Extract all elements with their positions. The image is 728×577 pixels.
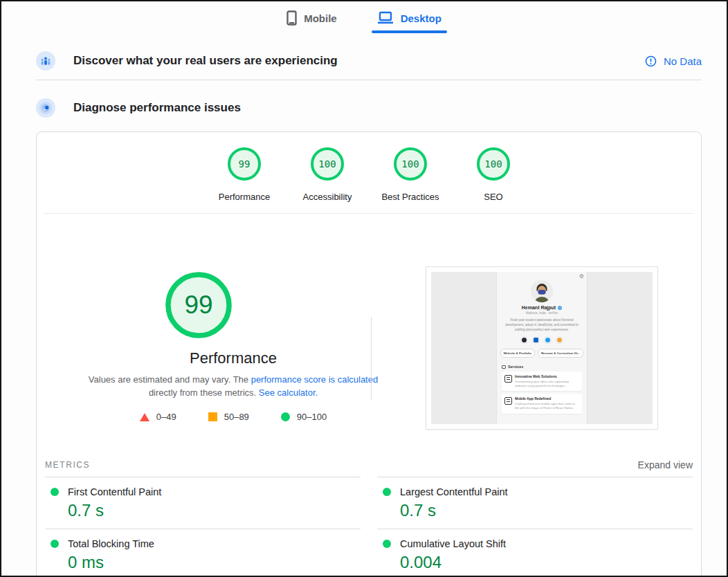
- category-scores-row: 99 Performance 100 Accessibility 100 Bes…: [37, 147, 701, 202]
- profile-bio: Final-year student passionate about fron…: [502, 318, 582, 332]
- seo-score-label: SEO: [484, 192, 502, 202]
- average-square-icon: [208, 412, 217, 421]
- tab-desktop-label: Desktop: [401, 12, 442, 24]
- screenshot-profile-card: ⚙ Hemant Rajput ✓ Mathura, India · he/hi…: [496, 272, 588, 424]
- metric-value: 0.004: [400, 553, 693, 572]
- metric-total-blocking-time: Total Blocking Time 0 ms: [45, 529, 361, 577]
- accessibility-score-label: Accessibility: [303, 192, 352, 202]
- see-calculator-link[interactable]: See calculator.: [259, 387, 318, 398]
- metric-name: Total Blocking Time: [68, 538, 154, 549]
- score-item-accessibility[interactable]: 100 Accessibility: [286, 147, 369, 202]
- seo-score-badge: 100: [477, 147, 510, 181]
- tab-mobile-label: Mobile: [304, 12, 337, 24]
- peerlist-icon: [556, 336, 563, 344]
- github-icon: [520, 336, 528, 344]
- diagnose-title: Diagnose performance issues: [73, 101, 241, 115]
- active-tab-underline: [372, 30, 447, 33]
- gauge-score-value: 99: [165, 272, 232, 338]
- metric-name: Largest Contentful Paint: [400, 486, 508, 497]
- real-users-icon: [36, 51, 55, 71]
- verified-badge-icon: ✓: [558, 306, 562, 310]
- service-title: Mobile App Redefined: [515, 396, 579, 401]
- metric-value: 0.7 s: [400, 501, 693, 520]
- twitter-icon: [544, 336, 552, 344]
- pass-circle-icon: [281, 412, 290, 421]
- score-item-seo[interactable]: 100 SEO: [452, 147, 535, 202]
- lighthouse-report-card: 99 Performance 100 Accessibility 100 Bes…: [36, 131, 702, 577]
- info-icon: [645, 55, 657, 67]
- score-disclaimer: Values are estimated and may vary. The p…: [81, 373, 385, 399]
- social-icons-row: [520, 336, 563, 344]
- vertical-divider: [371, 317, 372, 400]
- desktop-laptop-icon: [377, 11, 394, 25]
- expand-view-button[interactable]: Expand view: [638, 459, 693, 470]
- metric-first-contentful-paint: First Contentful Paint 0.7 s: [45, 477, 361, 529]
- legend-pass: 90–100: [281, 412, 327, 422]
- score-calc-link[interactable]: performance score is calculated: [251, 374, 379, 385]
- linkedin-icon: [532, 336, 540, 344]
- pass-dot-icon: [51, 540, 59, 548]
- best-practices-score-badge: 100: [394, 147, 427, 181]
- mobile-phone-icon: [286, 10, 297, 26]
- tab-mobile[interactable]: Mobile: [282, 1, 341, 35]
- performance-gauge-icon: [36, 98, 55, 118]
- profile-meta: Mathura, India · he/him: [526, 311, 558, 315]
- resume-button: Resume & Curriculum Vit...: [538, 349, 584, 358]
- services-title: Services: [508, 365, 523, 369]
- score-item-performance[interactable]: 99 Performance: [203, 147, 286, 202]
- section-divider: [36, 80, 702, 80]
- web-service-icon: [504, 375, 512, 383]
- score-item-best-practices[interactable]: 100 Best Practices: [369, 147, 452, 202]
- metric-cumulative-layout-shift: Cumulative Layout Shift 0.004: [377, 529, 693, 577]
- scores-divider: [44, 213, 694, 214]
- metric-largest-contentful-paint: Largest Contentful Paint 0.7 s: [377, 477, 693, 529]
- performance-score-label: Performance: [219, 192, 270, 202]
- performance-gauge[interactable]: 99: [165, 272, 232, 338]
- legend-pass-range: 90–100: [297, 412, 327, 422]
- website-portfolio-button: Website & Portfolio: [500, 349, 535, 358]
- tab-desktop[interactable]: Desktop: [373, 1, 446, 35]
- performance-score-badge: 99: [228, 147, 261, 181]
- pass-dot-icon: [383, 540, 391, 548]
- pass-dot-icon: [51, 488, 59, 496]
- service-desc: Transforming your ideas into captivating…: [515, 380, 579, 389]
- discover-title: Discover what your real users are experi…: [73, 54, 338, 68]
- final-screenshot-thumbnail[interactable]: ⚙ Hemant Rajput ✓ Mathura, India · he/hi…: [426, 266, 658, 430]
- avatar: [531, 280, 553, 302]
- no-data-label: No Data: [664, 55, 702, 67]
- gear-icon: ⚙: [579, 274, 584, 280]
- metric-name: Cumulative Layout Shift: [400, 538, 506, 549]
- metric-value: 0 ms: [68, 553, 361, 572]
- metrics-title: METRICS: [45, 460, 90, 470]
- service-desc: Crafting immersive mobile apps that come…: [515, 402, 579, 411]
- disclaimer-text-1: Values are estimated and may vary. The: [89, 374, 251, 385]
- legend-fail-range: 0–49: [156, 412, 176, 422]
- mobile-service-icon: [504, 397, 512, 405]
- diagnose-section-header: Diagnose performance issues: [36, 98, 241, 118]
- fail-triangle-icon: [140, 413, 149, 421]
- metrics-grid: First Contentful Paint 0.7 s Largest Con…: [45, 477, 693, 577]
- service-card-web: Innovative Web Solutions Transforming yo…: [502, 372, 582, 391]
- accessibility-score-badge: 100: [311, 147, 344, 181]
- device-tabs: Mobile Desktop: [1, 1, 727, 35]
- service-card-mobile: Mobile App Redefined Crafting immersive …: [502, 394, 582, 413]
- no-data-link[interactable]: No Data: [645, 55, 702, 67]
- disclaimer-text-2: directly from these metrics.: [149, 387, 259, 398]
- metrics-header-row: METRICS Expand view: [45, 457, 693, 473]
- service-title: Innovative Web Solutions: [515, 374, 579, 378]
- legend-fail: 0–49: [140, 412, 176, 422]
- discover-section-header: Discover what your real users are experi…: [36, 43, 702, 79]
- profile-name: Hemant Rajput: [522, 305, 556, 310]
- score-legend: 0–49 50–89 90–100: [81, 412, 385, 422]
- legend-average-range: 50–89: [224, 412, 249, 422]
- metric-value: 0.7 s: [68, 501, 361, 520]
- screenshot-page-background: ⚙ Hemant Rajput ✓ Mathura, India · he/hi…: [431, 272, 653, 424]
- gauge-title: Performance: [95, 349, 372, 367]
- best-practices-score-label: Best Practices: [381, 192, 439, 202]
- services-icon: [502, 365, 506, 369]
- pass-dot-icon: [383, 488, 391, 496]
- legend-average: 50–89: [208, 412, 249, 422]
- metric-name: First Contentful Paint: [68, 486, 161, 497]
